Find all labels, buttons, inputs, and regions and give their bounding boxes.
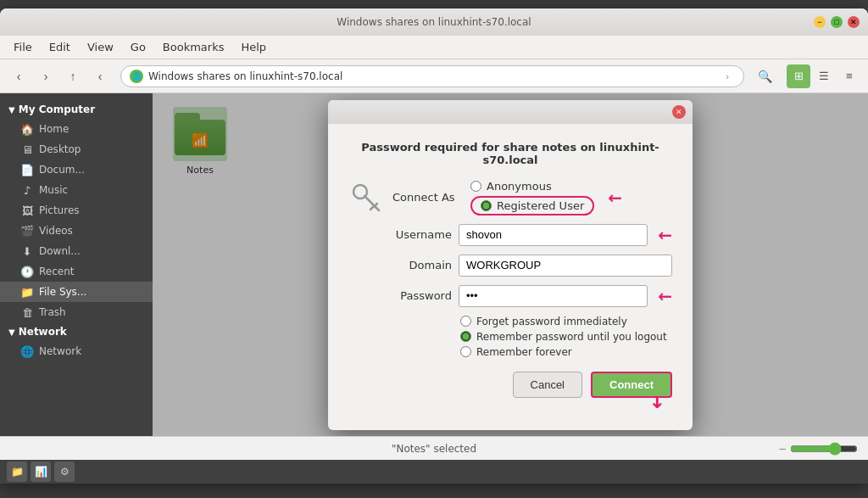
network-arrow: ▼	[8, 327, 15, 337]
bottom-bar-btn-1[interactable]: 📁	[7, 462, 27, 482]
close-button[interactable]: ✕	[848, 16, 860, 28]
prev-button[interactable]: ‹	[88, 64, 112, 88]
cancel-button[interactable]: Cancel	[513, 372, 582, 398]
username-row: Username ←	[392, 224, 672, 246]
address-icon: 🌐	[130, 70, 143, 83]
file-area: 📶 Notes ✕ Password required for	[153, 93, 868, 436]
sidebar-item-music[interactable]: ♪ Music	[0, 180, 153, 200]
modal-overlay: ✕ Password required for share notes on l…	[153, 93, 868, 436]
anonymous-radio-row: Anonymous	[470, 180, 594, 193]
password-input[interactable]	[459, 285, 648, 307]
trash-icon: 🗑	[20, 305, 34, 319]
sidebar-item-recent[interactable]: 🕐 Recent	[0, 261, 153, 282]
sidebar-item-videos-label: Videos	[39, 225, 73, 237]
sidebar-item-trash[interactable]: 🗑 Trash	[0, 302, 153, 322]
opt-remember-forever-label: Remember forever	[476, 346, 572, 358]
connect-as-label: Connect As	[392, 191, 460, 204]
statusbar: "Notes" selected −	[0, 436, 868, 460]
zoom-slider[interactable]	[790, 442, 858, 456]
opt-remember-forever-radio[interactable]	[460, 346, 471, 357]
zoom-minus[interactable]: −	[778, 443, 787, 455]
mycomputer-label: My Computer	[19, 104, 95, 115]
list-view-button[interactable]: ☰	[812, 64, 836, 88]
domain-label: Domain	[392, 259, 452, 271]
connect-button[interactable]: Connect	[591, 372, 672, 398]
bottom-bar-btn-3[interactable]: ⚙	[54, 462, 75, 482]
up-button[interactable]: ↑	[61, 64, 85, 88]
modal-icon-row: Connect As Anonymous Registe	[348, 180, 672, 398]
network-label: Network	[19, 326, 67, 338]
modal-body: Password required for share notes on lin…	[328, 124, 693, 430]
sidebar-item-trash-label: Trash	[39, 306, 66, 318]
sidebar-item-documents-label: Docum...	[39, 164, 85, 176]
statusbar-right: −	[778, 442, 858, 456]
bottom-bar-btn-2[interactable]: 📊	[31, 462, 51, 482]
downloads-icon: ⬇	[20, 244, 34, 258]
password-options: Forget password immediately Remember pas…	[460, 316, 672, 358]
modal-fields: Connect As Anonymous Registe	[392, 180, 672, 398]
sidebar-section-mycomputer[interactable]: ▼ My Computer	[0, 100, 153, 119]
modal-title: Password required for share notes on lin…	[348, 141, 672, 166]
menu-bookmarks[interactable]: Bookmarks	[156, 38, 231, 56]
filesystem-icon: 📁	[20, 285, 34, 299]
sidebar-item-pictures-label: Pictures	[39, 204, 80, 216]
desktop-icon: 🖥	[20, 143, 34, 156]
modal-close-button[interactable]: ✕	[672, 105, 686, 119]
toolbar: ‹ › ↑ ‹ 🌐 Windows shares on linuxhint-s7…	[0, 59, 868, 93]
titlebar: Windows shares on linuxhint-s70.local − …	[0, 8, 868, 36]
menu-go[interactable]: Go	[124, 38, 153, 56]
forward-button[interactable]: ›	[34, 64, 58, 88]
sidebar-item-desktop-label: Desktop	[39, 143, 81, 155]
search-button[interactable]: 🔍	[753, 64, 776, 88]
sidebar-item-documents[interactable]: 📄 Docum...	[0, 159, 153, 180]
address-nav-button[interactable]: ›	[720, 69, 735, 84]
sidebar-item-pictures[interactable]: 🖼 Pictures	[0, 200, 153, 221]
sidebar: ▼ My Computer 🏠 Home 🖥 Desktop 📄 Docum..…	[0, 93, 153, 436]
menu-file[interactable]: File	[7, 38, 39, 56]
opt-remember-forever: Remember forever	[460, 346, 672, 358]
annotation-arrow-password: ←	[658, 286, 672, 306]
anonymous-radio[interactable]	[470, 181, 481, 192]
domain-row: Domain	[392, 255, 672, 277]
annotation-arrow-registered: ←	[608, 187, 622, 208]
sidebar-item-downloads[interactable]: ⬇ Downl...	[0, 241, 153, 261]
connect-as-row: Connect As Anonymous Registe	[392, 180, 672, 215]
svg-line-3	[370, 206, 374, 210]
menu-view[interactable]: View	[81, 38, 120, 56]
domain-input[interactable]	[459, 255, 672, 277]
menubar: File Edit View Go Bookmarks Help	[0, 36, 868, 59]
connect-btn-wrapper: Connect	[591, 372, 672, 398]
main-content: ▼ My Computer 🏠 Home 🖥 Desktop 📄 Docum..…	[0, 93, 868, 436]
videos-icon: 🎬	[20, 224, 34, 238]
menu-edit[interactable]: Edit	[42, 38, 77, 56]
username-input[interactable]	[459, 224, 648, 246]
titlebar-controls: − □ ✕	[814, 16, 860, 28]
password-row: Password ←	[392, 285, 672, 307]
sidebar-item-network[interactable]: 🌐 Network	[0, 341, 153, 361]
radio-group: Anonymous Registered User	[470, 180, 594, 215]
username-label: Username	[392, 228, 452, 241]
statusbar-text: "Notes" selected	[392, 443, 476, 455]
annotation-arrow-username: ←	[658, 225, 672, 245]
registered-label: Registered User	[497, 199, 584, 212]
sidebar-item-videos[interactable]: 🎬 Videos	[0, 221, 153, 241]
back-button[interactable]: ‹	[7, 64, 31, 88]
password-dialog: ✕ Password required for share notes on l…	[328, 100, 693, 430]
sidebar-item-filesystem[interactable]: 📁 File Sys...	[0, 282, 153, 302]
network-icon: 🌐	[20, 344, 34, 358]
sidebar-item-music-label: Music	[39, 184, 68, 196]
opt-forget-label: Forget password immediately	[476, 316, 627, 327]
maximize-button[interactable]: □	[831, 16, 843, 28]
minimize-button[interactable]: −	[814, 16, 826, 28]
opt-remember-logout-radio[interactable]	[460, 331, 471, 342]
opt-forget-radio[interactable]	[460, 316, 471, 327]
sidebar-section-network[interactable]: ▼ Network	[0, 322, 153, 341]
grid-view-button[interactable]: ⊞	[787, 64, 810, 88]
menu-help[interactable]: Help	[234, 38, 273, 56]
sidebar-item-home[interactable]: 🏠 Home	[0, 119, 153, 139]
registered-radio[interactable]	[481, 200, 492, 211]
detail-view-button[interactable]: ≡	[837, 64, 861, 88]
window-title: Windows shares on linuxhint-s70.local	[337, 16, 531, 28]
anonymous-label: Anonymous	[487, 180, 552, 193]
sidebar-item-desktop[interactable]: 🖥 Desktop	[0, 139, 153, 159]
